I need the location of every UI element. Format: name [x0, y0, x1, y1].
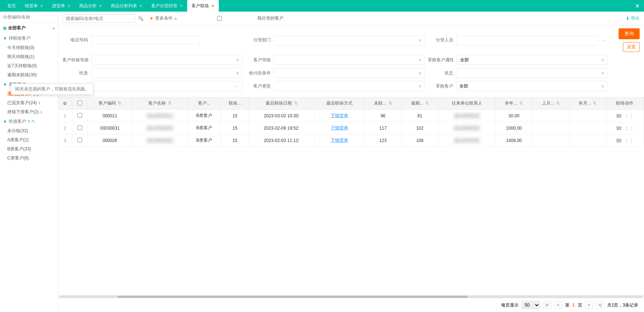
tab-product-analysis-list[interactable]: 商品分析列表 ✕ [106, 0, 147, 12]
cell-last-month [532, 110, 569, 122]
th-contact-person[interactable]: 往来单位联系人 [438, 97, 496, 110]
sidebar-item-declining[interactable]: 持续下滑客户(2) ℹ [0, 108, 58, 117]
cell-last-contact-method[interactable]: 下销货单 [314, 134, 365, 147]
grid-icon: ⊞ [3, 26, 7, 31]
manager-more-icon[interactable]: ··· [601, 38, 608, 43]
my-customers-checkbox[interactable]: 我分管的客户 [183, 15, 283, 21]
cell-name[interactable]: BLURRED3 [132, 122, 187, 134]
cell-checkbox[interactable] [72, 134, 87, 147]
sidebar-search-input[interactable] [3, 15, 57, 20]
sidebar-item-b-class[interactable]: B类客户(33) [0, 145, 58, 154]
sidebar-all-customers[interactable]: ⊞ 全部客户 « [0, 23, 58, 33]
refresh-value-icon[interactable]: ↻ [28, 119, 31, 124]
dept-select[interactable]: ∨ [274, 35, 425, 45]
contact-action-icon[interactable]: ☎ [616, 113, 622, 119]
status-select[interactable]: ∨ [456, 68, 608, 78]
per-page-select[interactable]: 50 100 200 [522, 301, 540, 309]
page-label: 第 [565, 302, 569, 308]
cell-checkbox[interactable] [72, 122, 87, 134]
horizontal-scrollbar[interactable] [58, 295, 644, 298]
sidebar-item-churned[interactable]: 已流失客户(24) ℹ [0, 98, 58, 108]
gender-select[interactable]: ∨ [91, 68, 242, 78]
row-checkbox[interactable] [77, 125, 82, 130]
region-more-icon[interactable]: ··· [233, 84, 239, 89]
cell-name[interactable]: BLURRED1 [132, 110, 187, 122]
th-overdue[interactable]: 逾期... ⇅ [402, 97, 438, 110]
row-checkbox[interactable] [77, 138, 82, 142]
sidebar-item-7days-pending[interactable]: 近7天待联络(0) [0, 61, 58, 70]
th-this-year[interactable]: 本年... ⇅ [495, 97, 532, 110]
prev-page-btn[interactable]: < [555, 301, 562, 309]
zero-attr-select[interactable]: 全部 ∨ [457, 55, 608, 65]
th-contact[interactable]: 联络... [221, 97, 249, 110]
first-page-btn[interactable]: |< [543, 301, 552, 309]
cell-name[interactable]: BLURRED5 [132, 134, 187, 147]
tab-sales-order[interactable]: 销货单 ✕ [20, 0, 48, 12]
tab-customer-contact[interactable]: 客户联络 ✕ [187, 0, 219, 12]
phone-input[interactable] [91, 36, 200, 45]
info-icon-declining[interactable]: ℹ [41, 110, 42, 114]
close-all-tabs[interactable]: ✕ [633, 1, 641, 11]
th-code[interactable]: 客户编码 ⇅ [87, 97, 132, 110]
payment-select[interactable]: ∨ [274, 68, 425, 78]
last-page-btn[interactable]: >| [596, 301, 604, 309]
price-level-select[interactable]: ∨ [92, 55, 242, 65]
close-tab-product-analysis-list[interactable]: ✕ [139, 4, 142, 8]
search-icon[interactable]: 🔍 [138, 16, 144, 21]
filter-row-4: 区域（地区） ··· 客户类型 ∨ 零散客户 全部 [63, 81, 640, 91]
sidebar-item-a-class[interactable]: A类客户(1) [0, 135, 58, 145]
customer-level-select[interactable]: ∨ [274, 55, 425, 65]
cell-checkbox[interactable] [72, 110, 87, 122]
close-tab-customer-tier[interactable]: ✕ [180, 4, 183, 8]
contact-action-icon[interactable]: ☎ [616, 138, 622, 143]
th-name[interactable]: 客户名称 ⇅ [132, 97, 187, 110]
more-conditions-btn[interactable]: ▼ 更多条件 ∧ [146, 14, 180, 23]
sidebar-group-pending[interactable]: ▼ 待联络客户 [0, 33, 58, 43]
th-last-contact-method[interactable]: 最后联络方式 [314, 97, 365, 110]
th-this-month[interactable]: 本月... ⇅ [569, 97, 606, 110]
th-settings[interactable]: ⚙ [58, 97, 72, 110]
sidebar-item-c-class[interactable]: C类客户(6) [0, 154, 58, 163]
next-page-btn[interactable]: > [585, 301, 593, 309]
tab-product-analysis[interactable]: 商品分析 ✕ [75, 0, 106, 12]
sidebar-group-value[interactable]: ▼ 价值客户 ↻ ✎ [0, 117, 58, 126]
close-tab-sales-order[interactable]: ✕ [40, 4, 43, 8]
close-tab-purchase-order[interactable]: ✕ [67, 4, 71, 8]
th-type[interactable]: 客户... [188, 97, 221, 110]
more-action-icon[interactable]: ⋮⋮ [624, 113, 634, 119]
tab-home[interactable]: 首页 [3, 0, 20, 12]
edit-value-icon[interactable]: ✎ [32, 119, 35, 124]
info-icon-churned[interactable]: ℹ [39, 101, 40, 105]
scrollbar-thumb[interactable] [118, 296, 467, 298]
query-button[interactable]: 查询 [619, 28, 640, 39]
th-last-month[interactable]: 上月... ⇅ [532, 97, 569, 110]
row-checkbox[interactable] [77, 113, 82, 118]
cell-last-contact-method[interactable]: 下销货单 [314, 122, 365, 134]
filter-field-manager: 分管人员 ··· [428, 35, 608, 45]
manager-select[interactable] [456, 35, 598, 45]
more-action-icon[interactable]: ⋮⋮ [624, 125, 634, 131]
sidebar-item-today-pending[interactable]: 今天待联络(0) [0, 43, 58, 52]
region-select[interactable]: ··· [92, 81, 242, 91]
sidebar-item-tomorrow-pending[interactable]: 明天待联络(1) [0, 52, 58, 61]
close-tab-product-analysis[interactable]: ✕ [99, 4, 102, 8]
contact-action-icon[interactable]: ☎ [616, 125, 622, 131]
search-input[interactable] [63, 14, 135, 23]
customer-type-select[interactable]: ∨ [274, 81, 425, 91]
tab-purchase-order[interactable]: 进货单 ✕ [48, 0, 75, 12]
tab-customer-tier[interactable]: 客户分层经营 ✕ [147, 0, 187, 12]
sidebar-item-overdue-pending[interactable]: 逾期未联络(30) [0, 70, 58, 80]
close-tab-customer-contact[interactable]: ✕ [211, 4, 214, 8]
th-checkbox[interactable] [72, 97, 87, 110]
cell-last-contact-method[interactable]: 下销货单 [314, 110, 365, 122]
export-btn[interactable]: ⬇ 导出 [626, 15, 640, 21]
zero-customer-select[interactable]: 全部 ∨ [456, 81, 608, 91]
my-customers-check[interactable] [183, 16, 256, 21]
select-all-checkbox[interactable] [77, 101, 82, 105]
more-action-icon[interactable]: ⋮⋮ [624, 138, 634, 143]
th-last-contact-date[interactable]: 最后联络日期 ⇅ [249, 97, 315, 110]
sidebar-item-ungrouped[interactable]: 未分组(32) [0, 126, 58, 135]
setting-button[interactable]: 设置 [623, 42, 640, 52]
th-no-contact[interactable]: 未联... ⇅ [365, 97, 401, 110]
collapse-icon[interactable]: « [52, 26, 55, 31]
